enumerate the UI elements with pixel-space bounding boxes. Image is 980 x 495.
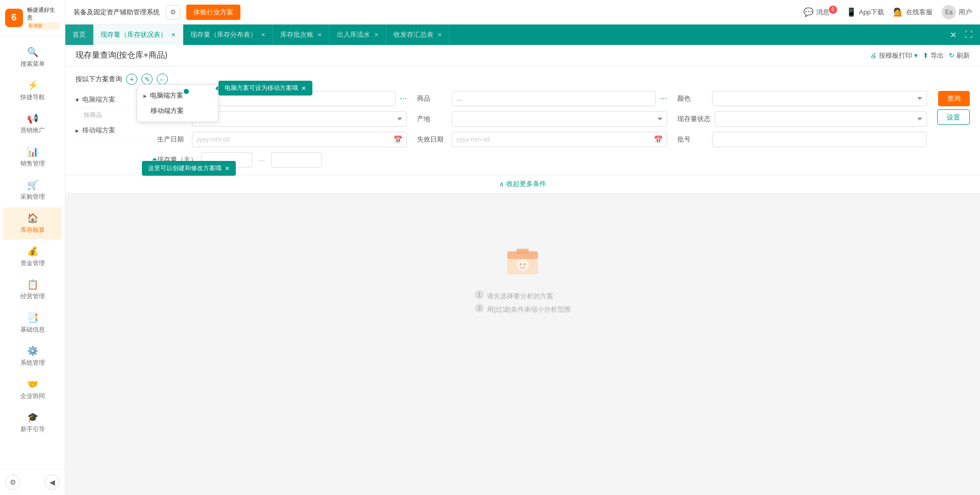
tab-collect-summary-close[interactable]: ✕ — [437, 32, 442, 38]
sidebar-item-label-inventory: 库存核算 — [20, 226, 45, 234]
tab-inventory-status-close[interactable]: ✕ — [171, 32, 176, 38]
sidebar-item-operation[interactable]: 📋 经营管理 — [3, 274, 62, 306]
sidebar-item-newbie[interactable]: 🎓 新手引导 — [3, 407, 62, 439]
settings-btn[interactable]: ⚙ — [5, 475, 20, 490]
sidebar-item-inventory[interactable]: 🏠 库存核算 — [3, 207, 62, 240]
sidebar-logo: 6 畅捷通好生意 标准版 — [0, 0, 65, 36]
tab-batch-account-label: 库存批次账 — [280, 30, 313, 39]
tip-item-2: 2 用[过滤]条件来缩小分析范围 — [475, 303, 570, 316]
stock-status-select[interactable] — [715, 111, 927, 127]
tab-in-out-flow[interactable]: 出入库流水 ✕ — [330, 25, 386, 45]
tab-batch-account[interactable]: 库存批次账 ✕ — [273, 25, 330, 45]
scheme-item-mobile[interactable]: 移动端方案 — [137, 103, 218, 119]
edit-scheme-btn[interactable]: ✎ — [141, 74, 153, 85]
scheme-mobile-item[interactable]: ▸ 移动端方案 — [76, 122, 147, 139]
product-label: 商品 — [417, 94, 448, 103]
sales-icon: 📊 — [27, 146, 38, 157]
origin-select[interactable] — [452, 111, 667, 127]
search-icon: 🔍 — [27, 46, 38, 58]
tab-collect-summary[interactable]: 收发存汇总表 ✕ — [386, 25, 450, 45]
color-select[interactable] — [712, 91, 927, 106]
tooltip-pc-scheme: 电脑方案可设为移动方案哦 ✕ — [218, 81, 312, 96]
warehouse-more-btn[interactable]: ⋯ — [400, 95, 407, 103]
scheme-section: ▾ 电脑端方案 按商品 ▸ 移动端方案 — [76, 91, 147, 175]
scheme-dropdown: ▸ 电脑端方案 移动端方案 — [137, 84, 218, 122]
collapse-btn[interactable]: ∧ 收起更多条件 — [65, 175, 980, 193]
tab-inventory-status-label: 现存量（库存状况表） — [101, 30, 167, 39]
tabbar: 首页 现存量（库存状况表） ✕ 现存量（库存分布表） ✕ 库存批次账 ✕ 出入库… — [65, 25, 980, 45]
finance-icon: 💰 — [27, 246, 38, 257]
calendar-icon-expire: 📅 — [654, 135, 663, 144]
add-scheme-btn[interactable]: + — [126, 74, 137, 85]
scheme-pc-item[interactable]: ▾ 电脑端方案 — [76, 91, 147, 109]
sidebar-item-finance[interactable]: 💰 资金管理 — [3, 241, 62, 273]
topbar-settings-btn[interactable]: ⚙ — [166, 5, 180, 19]
collapse-label: 收起更多条件 — [506, 179, 546, 188]
print-dropdown-icon: ▾ — [914, 52, 918, 59]
export-icon: ⬆ — [923, 52, 928, 59]
system-icon: ⚙️ — [27, 345, 38, 357]
inventory-icon: 🏠 — [27, 213, 38, 224]
size-select[interactable] — [192, 111, 407, 127]
refresh-btn[interactable]: ↻ 刷新 — [949, 51, 970, 60]
collapse-sidebar-btn[interactable]: ◀ — [44, 475, 60, 490]
sidebar-item-purchase[interactable]: 🛒 采购管理 — [3, 174, 62, 206]
fullscreen-btn[interactable]: ⛶ — [963, 28, 975, 41]
filter-row-product: 商品 ⋯ — [417, 91, 667, 106]
tooltip-create-scheme: 这里可以创建和修改方案哦 ✕ — [142, 161, 236, 176]
svg-rect-2 — [517, 249, 529, 254]
tab-in-out-flow-label: 出入库流水 — [337, 30, 370, 39]
search-btn[interactable]: 查询 — [938, 91, 970, 106]
sidebar-item-label-purchase: 采购管理 — [20, 193, 45, 201]
topbar-left: 装备及固定资产辅助管理系统 ⚙ 体验行业方案 — [74, 5, 240, 20]
empty-illustration — [497, 233, 548, 285]
print-label: 按模板打印 — [879, 51, 912, 60]
export-label: 导出 — [930, 51, 944, 60]
back-scheme-btn[interactable]: ← — [157, 74, 168, 85]
sidebar-item-sales[interactable]: 📊 销售管理 — [3, 141, 62, 173]
prod-date-input[interactable]: yyyy-mm-dd 📅 — [192, 132, 407, 147]
sidebar-item-label-system: 系统管理 — [20, 359, 45, 367]
industry-btn[interactable]: 体验行业方案 — [186, 5, 240, 20]
export-btn[interactable]: ⬆ 导出 — [923, 51, 944, 60]
scheme-item-pc[interactable]: ▸ 电脑端方案 — [137, 88, 218, 103]
user-action[interactable]: Ea 用户 — [942, 5, 972, 19]
sidebar-item-basic[interactable]: 📑 基础信息 — [3, 307, 62, 339]
tab-in-out-flow-close[interactable]: ✕ — [374, 32, 379, 38]
sidebar-item-system[interactable]: ⚙️ 系统管理 — [3, 340, 62, 372]
batch-input[interactable] — [712, 132, 927, 147]
tab-home[interactable]: 首页 — [65, 25, 93, 45]
color-label: 颜色 — [677, 94, 708, 103]
sidebar-item-guide[interactable]: ⚡ 快捷导航 — [3, 75, 62, 107]
chevron-up-icon: ∧ — [499, 180, 504, 188]
topbar-right: 💬 消息 6 📱 App下载 💁 在线客服 Ea 用户 — [803, 5, 972, 19]
tab-inventory-dist[interactable]: 现存量（库存分布表） ✕ — [183, 25, 273, 45]
tip-num-1: 1 — [475, 290, 484, 299]
sidebar-item-marketing[interactable]: 📢 营销推广 — [3, 108, 62, 140]
tooltip-create-close[interactable]: ✕ — [225, 165, 230, 172]
tooltip-pc-close[interactable]: ✕ — [301, 85, 306, 92]
stock-main-separator: — — [256, 156, 267, 164]
app-download-action[interactable]: 📱 App下载 — [846, 7, 884, 17]
sidebar-item-label-guide: 快捷导航 — [20, 93, 45, 102]
expire-date-input[interactable]: yyyy-mm-dd 📅 — [452, 132, 667, 147]
tab-inventory-status[interactable]: 现存量（库存状况表） ✕ — [93, 25, 183, 45]
message-action[interactable]: 💬 消息 6 — [803, 7, 837, 17]
marketing-icon: 📢 — [27, 113, 38, 124]
message-label: 消息 — [816, 8, 829, 17]
product-more-btn[interactable]: ⋯ — [660, 95, 667, 103]
sidebar-item-enterprise[interactable]: 🤝 企业协同 — [3, 373, 62, 406]
product-input[interactable] — [452, 91, 655, 106]
close-all-tabs-btn[interactable]: ✕ — [948, 28, 959, 42]
online-service-action[interactable]: 💁 在线客服 — [893, 7, 933, 17]
print-icon: 🖨 — [870, 52, 877, 59]
sidebar-item-search[interactable]: 🔍 搜索菜单 — [3, 41, 62, 74]
tab-batch-account-close[interactable]: ✕ — [317, 32, 322, 38]
reset-btn[interactable]: 设置 — [937, 109, 970, 125]
scheme-mobile-label: 移动端方案 — [143, 106, 184, 115]
stock-main-to-input[interactable] — [271, 152, 322, 168]
page-header: 现存量查询(按仓库+商品) 🖨 按模板打印 ▾ ⬆ 导出 ↻ 刷新 — [65, 45, 980, 66]
print-btn[interactable]: 🖨 按模板打印 ▾ — [870, 51, 918, 60]
expire-date-placeholder: yyyy-mm-dd — [456, 136, 489, 143]
tab-inventory-dist-close[interactable]: ✕ — [261, 32, 265, 38]
